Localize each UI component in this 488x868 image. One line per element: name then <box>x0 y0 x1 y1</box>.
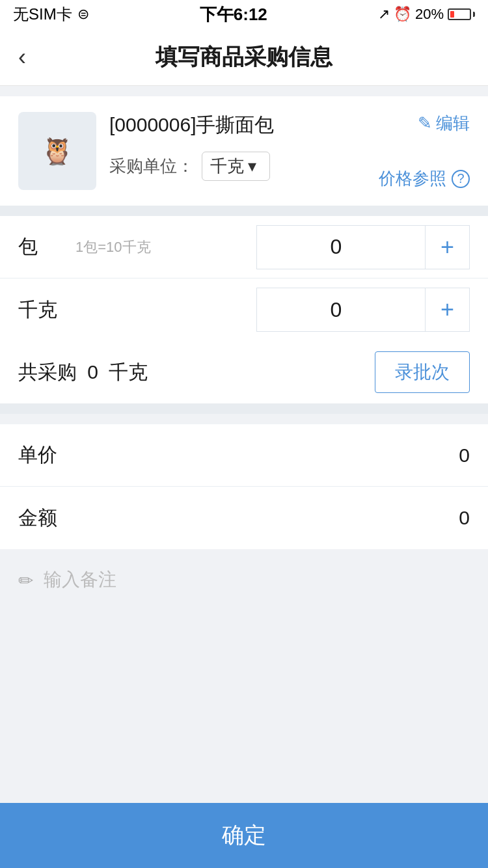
battery-indicator <box>448 8 475 20</box>
input-section: 包 1包=10千克 + 千克 + <box>0 216 488 341</box>
carrier-label: 无SIM卡 <box>13 4 72 25</box>
bao-input-right: + <box>256 225 470 269</box>
confirm-button[interactable]: 确定 <box>0 803 488 868</box>
amount-value: 0 <box>459 507 470 529</box>
price-section: 单价 0 金额 0 <box>0 424 488 549</box>
bao-quantity-input[interactable] <box>256 225 426 269</box>
qianke-plus-button[interactable]: + <box>426 288 470 332</box>
product-logo-icon: 🦉 <box>41 138 74 164</box>
battery-percent: 20% <box>415 6 444 23</box>
unit-value: 千克 <box>210 155 244 178</box>
help-icon: ? <box>452 170 470 188</box>
dropdown-arrow-icon: ▾ <box>248 156 256 176</box>
product-image: 🦉 <box>18 112 96 190</box>
amount-label: 金额 <box>18 505 57 532</box>
qianke-label: 千克 <box>18 297 70 323</box>
notes-section[interactable]: ✏ 输入备注 <box>0 549 488 679</box>
summary-prefix: 共采购 <box>18 361 77 383</box>
wifi-icon: ⊜ <box>77 6 89 23</box>
summary-text: 共采购 0 千克 <box>18 359 148 386</box>
alarm-icon: ⏰ <box>394 6 411 23</box>
product-name: [0000006]手撕面包 <box>109 112 470 139</box>
product-card: 🦉 [0000006]手撕面包 采购单位： 千克 ▾ ✎ 编辑 价格参照 ? <box>0 96 488 206</box>
qianke-input-row: 千克 + <box>0 278 488 341</box>
batch-button[interactable]: 录批次 <box>375 351 470 393</box>
section-divider-1 <box>0 206 488 216</box>
status-time: 下午6:12 <box>200 3 267 26</box>
unit-price-value: 0 <box>459 444 470 467</box>
unit-price-row: 单价 0 <box>0 424 488 487</box>
back-button[interactable]: ‹ <box>18 44 26 71</box>
status-left: 无SIM卡 ⊜ <box>13 4 89 25</box>
summary-value: 0 <box>87 361 98 383</box>
pencil-icon: ✏ <box>18 570 33 591</box>
amount-row: 金额 0 <box>0 487 488 549</box>
summary-suffix: 千克 <box>109 361 148 383</box>
location-icon: ↗ <box>378 6 390 23</box>
price-ref-label: 价格参照 <box>379 167 446 190</box>
nav-bar: ‹ 填写商品采购信息 <box>0 29 488 86</box>
price-reference-button[interactable]: 价格参照 ? <box>379 167 470 190</box>
edit-icon: ✎ <box>418 113 432 133</box>
page-title: 填写商品采购信息 <box>156 42 332 72</box>
qianke-input-right: + <box>256 288 470 332</box>
bottom-spacer <box>0 679 488 809</box>
status-right: ↗ ⏰ 20% <box>378 6 475 23</box>
summary-row: 共采购 0 千克 录批次 <box>0 341 488 403</box>
unit-label: 采购单位： <box>109 155 194 178</box>
unit-select[interactable]: 千克 ▾ <box>202 152 270 181</box>
bao-plus-button[interactable]: + <box>426 225 470 269</box>
notes-placeholder: 输入备注 <box>44 567 116 592</box>
bao-sublabel: 1包=10千克 <box>75 237 151 257</box>
edit-button[interactable]: ✎ 编辑 <box>418 112 470 135</box>
bao-input-row: 包 1包=10千克 + <box>0 216 488 278</box>
bao-label: 包 <box>18 234 70 260</box>
edit-label: 编辑 <box>436 112 470 135</box>
section-divider-2 <box>0 403 488 414</box>
unit-price-label: 单价 <box>18 442 57 468</box>
status-bar: 无SIM卡 ⊜ 下午6:12 ↗ ⏰ 20% <box>0 0 488 29</box>
qianke-quantity-input[interactable] <box>256 288 426 332</box>
